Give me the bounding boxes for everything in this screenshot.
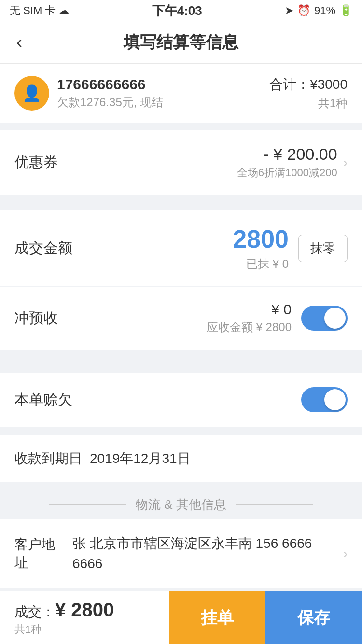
logistics-divider: 物流 & 其他信息 xyxy=(0,490,362,519)
prepay-toggle[interactable] xyxy=(301,306,348,331)
logistics-label: 物流 & 其他信息 xyxy=(49,496,313,513)
address-section[interactable]: 客户地址 张 北京市市辖区海淀区永丰南 156 6666 6666 › xyxy=(0,519,362,588)
amount-sub: 已抹 ¥ 0 xyxy=(233,256,289,272)
prepay-amount: ¥ 0 xyxy=(207,301,292,318)
address-value: 张 北京市市辖区海淀区永丰南 156 6666 6666 xyxy=(63,533,343,574)
coupon-row[interactable]: 优惠券 - ¥ 200.00 全场6折满1000减200 › xyxy=(0,130,362,195)
due-date-section: 收款到期日 2019年12月31日 xyxy=(0,434,362,482)
amount-section: 成交金额 2800 已抹 ¥ 0 抹零 xyxy=(0,210,362,286)
avatar: 👤 xyxy=(14,76,49,111)
amount-value-block: 2800 已抹 ¥ 0 xyxy=(233,224,289,272)
hang-button[interactable]: 挂单 xyxy=(169,591,265,644)
amount-value: 2800 xyxy=(233,224,289,253)
coupon-label: 优惠券 xyxy=(14,153,58,172)
customer-total: 合计：¥3000 xyxy=(269,75,348,94)
prepay-label: 冲预收 xyxy=(14,308,58,328)
customer-details: 17666666666 欠款1276.35元, 现结 xyxy=(57,76,163,110)
sim-label: 无 SIM 卡 ☁ xyxy=(10,3,69,18)
amount-label: 成交金额 xyxy=(14,238,72,258)
debt-toggle[interactable] xyxy=(301,387,348,412)
location-icon: ➤ xyxy=(285,4,293,17)
bottom-deal-label: 成交：¥ 2800 xyxy=(14,599,154,621)
page-title: 填写结算等信息 xyxy=(124,31,238,54)
bottom-bar: 成交：¥ 2800 共1种 挂单 保存 xyxy=(0,591,362,644)
customer-phone: 17666666666 xyxy=(57,76,163,93)
back-button[interactable]: ‹ xyxy=(12,28,27,57)
prepay-right: ¥ 0 应收金额 ¥ 2800 xyxy=(207,301,348,335)
nav-bar: ‹ 填写结算等信息 xyxy=(0,21,362,64)
address-chevron-icon: › xyxy=(343,546,348,561)
toggle-knob xyxy=(324,308,346,329)
customer-count: 共1种 xyxy=(269,96,348,111)
bottom-summary: 成交：¥ 2800 共1种 xyxy=(0,599,169,637)
coupon-value: - ¥ 200.00 全场6折满1000减200 xyxy=(237,145,337,180)
save-button[interactable]: 保存 xyxy=(265,591,362,644)
battery-level: 91% xyxy=(314,4,335,17)
debt-label: 本单赊欠 xyxy=(14,390,72,410)
customer-right: 合计：¥3000 共1种 xyxy=(269,75,348,111)
content: 👤 17666666666 欠款1276.35元, 现结 合计：¥3000 共1… xyxy=(0,64,362,644)
amount-row: 成交金额 2800 已抹 ¥ 0 抹零 xyxy=(14,224,348,272)
due-date-value: 2019年12月31日 xyxy=(90,449,191,468)
prepay-value-block: ¥ 0 应收金额 ¥ 2800 xyxy=(207,301,292,335)
round-button[interactable]: 抹零 xyxy=(298,235,348,262)
due-date-label: 收款到期日 xyxy=(14,449,82,468)
alarm-icon: ⏰ xyxy=(297,4,310,17)
prepay-row: 冲预收 ¥ 0 应收金额 ¥ 2800 xyxy=(14,301,348,335)
bottom-amount: ¥ 2800 xyxy=(55,599,114,620)
person-icon: 👤 xyxy=(22,84,42,102)
debt-toggle-knob xyxy=(324,389,346,410)
prepay-sub: 应收金额 ¥ 2800 xyxy=(207,320,292,335)
divider-1 xyxy=(0,202,362,210)
customer-left: 👤 17666666666 欠款1276.35元, 现结 xyxy=(14,76,163,111)
coupon-right: - ¥ 200.00 全场6折满1000减200 › xyxy=(237,145,348,180)
address-label: 客户地址 xyxy=(14,535,63,572)
coupon-desc: 全场6折满1000减200 xyxy=(237,166,337,180)
status-left: 无 SIM 卡 ☁ xyxy=(10,3,69,18)
chevron-right-icon: › xyxy=(343,155,348,170)
status-bar: 无 SIM 卡 ☁ 下午4:03 ➤ ⏰ 91% 🔋 xyxy=(0,0,362,21)
debt-section: 本单赊欠 xyxy=(0,373,362,427)
coupon-amount: - ¥ 200.00 xyxy=(237,145,337,164)
customer-info-card: 👤 17666666666 欠款1276.35元, 现结 合计：¥3000 共1… xyxy=(0,64,362,123)
prepay-section: 冲预收 ¥ 0 应收金额 ¥ 2800 xyxy=(0,286,362,350)
status-time: 下午4:03 xyxy=(152,2,202,19)
customer-debt: 欠款1276.35元, 现结 xyxy=(57,95,163,110)
bottom-count: 共1种 xyxy=(14,622,154,637)
battery-icon: 🔋 xyxy=(339,4,352,17)
divider-2 xyxy=(0,357,362,365)
status-right: ➤ ⏰ 91% 🔋 xyxy=(285,4,352,17)
amount-right: 2800 已抹 ¥ 0 抹零 xyxy=(233,224,348,272)
